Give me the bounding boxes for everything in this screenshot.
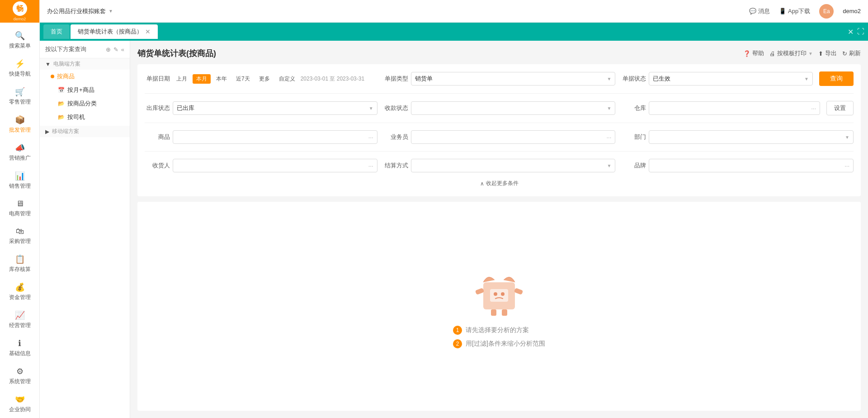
date-tab-last-month[interactable]: 上月	[173, 74, 191, 84]
salesman-input[interactable]: ···	[411, 130, 616, 144]
filter-area: 单据日期 上月 本月 本年 近7天 更多 自定义 2023-03-01 至 20…	[137, 64, 861, 196]
tree-item-active-dot	[51, 75, 54, 78]
tabbar-right: ✕ ⛶	[848, 28, 864, 36]
sidebar-item-ecommerce[interactable]: 🖥 电商管理	[0, 195, 39, 222]
empty-illustration	[467, 264, 531, 318]
main-area: 办公用品行业模拟账套 ▼ 💬 消息 📱 App下载 Ea demo2 首页 销货…	[40, 0, 868, 418]
settings-button[interactable]: 设置	[826, 101, 854, 115]
user-name[interactable]: demo2	[843, 8, 861, 14]
sidebar-item-stock-label: 库存核算	[9, 266, 31, 273]
tab-home[interactable]: 首页	[43, 24, 70, 39]
sidebar-item-wholesale[interactable]: 📦 批发管理	[0, 110, 39, 138]
collapse-panel-icon[interactable]: «	[121, 46, 124, 53]
tree-item-by-category-label: 按商品分类	[67, 100, 97, 108]
content: 按以下方案查询 ⊕ ✎ « ▼ 电脑端方案 按商品 📅 按月+商品 📂	[40, 41, 868, 418]
query-button[interactable]: 查询	[819, 71, 854, 86]
logo[interactable]: 畅 demo2	[0, 0, 39, 23]
edit-scheme-icon[interactable]: ✎	[113, 46, 118, 53]
stock-icon: 📋	[15, 254, 25, 264]
tabbar-close-all-icon[interactable]: ✕	[848, 28, 854, 36]
sidebar-item-marketing[interactable]: 📣 营销推广	[0, 138, 39, 166]
message-icon: 💬	[749, 8, 756, 14]
tree-item-by-category[interactable]: 📂 按商品分类	[40, 97, 130, 110]
dept-arrow: ▼	[845, 135, 849, 140]
tree-expand-icon[interactable]: ▼	[45, 61, 51, 67]
product-dots[interactable]: ···	[368, 134, 373, 141]
print-btn[interactable]: 🖨 按模板打印 ▼	[769, 49, 813, 57]
tree-item-by-cashier[interactable]: 📂 按司机	[40, 110, 130, 124]
sidebar-item-operation[interactable]: 📈 经营管理	[0, 306, 39, 334]
sidebar-item-sales[interactable]: 📊 销售管理	[0, 166, 39, 195]
by-category-icon: 📂	[58, 100, 65, 107]
empty-area: 1 请先选择要分析的方案 2 用[过滤]条件来缩小分析范围	[137, 202, 861, 411]
sidebar-item-operation-label: 经营管理	[9, 322, 31, 329]
collapse-btn[interactable]: ∧ 收起更多条件	[480, 180, 519, 187]
app-download-label: App下载	[788, 7, 810, 15]
warehouse-input[interactable]: ···	[649, 101, 820, 115]
help-btn[interactable]: ❓ 帮助	[743, 49, 764, 57]
operation-icon: 📈	[15, 310, 25, 320]
date-tab-this-year[interactable]: 本年	[212, 74, 231, 84]
sidebar-item-finance[interactable]: 💰 资金管理	[0, 278, 39, 306]
sidebar-item-purchase[interactable]: 🛍 采购管理	[0, 222, 39, 250]
date-tab-7days[interactable]: 近7天	[232, 74, 254, 84]
date-tabs: 上月 本月 本年 近7天 更多 自定义	[173, 74, 299, 84]
sidebar-item-basic[interactable]: ℹ 基础信息	[0, 334, 39, 362]
date-tab-custom[interactable]: 自定义	[275, 74, 299, 84]
left-panel: 按以下方案查询 ⊕ ✎ « ▼ 电脑端方案 按商品 📅 按月+商品 📂	[40, 41, 130, 418]
sidebar-item-quicknav[interactable]: ⚡ 快捷导航	[0, 54, 39, 82]
svg-rect-6	[475, 288, 484, 295]
tab-close-icon[interactable]: ✕	[145, 28, 151, 35]
sidebar-item-wholesale-label: 批发管理	[9, 126, 31, 134]
refresh-btn[interactable]: ↻ 刷新	[842, 49, 861, 57]
settlement-arrow: ▼	[607, 163, 611, 168]
doc-status-select[interactable]: 已生效 ▼	[649, 72, 813, 86]
warehouse-dots[interactable]: ···	[811, 105, 816, 112]
tree-item-by-month-product[interactable]: 📅 按月+商品	[40, 83, 130, 97]
add-scheme-icon[interactable]: ⊕	[106, 46, 111, 53]
date-tab-this-month[interactable]: 本月	[193, 74, 211, 84]
sidebar-item-retail[interactable]: 🛒 零售管理	[0, 82, 39, 110]
export-btn[interactable]: ⬆ 导出	[818, 49, 837, 57]
doc-type-select[interactable]: 销货单 ▼	[411, 72, 616, 86]
sidebar: 畅 demo2 🔍 搜索菜单 ⚡ 快捷导航 🛒 零售管理 📦 批发管理 📣 营销…	[0, 0, 40, 418]
mobile-section-label: 移动端方案	[52, 128, 79, 135]
out-status-select[interactable]: 已出库 ▼	[173, 101, 377, 115]
refresh-label: 刷新	[849, 49, 861, 57]
brand-input[interactable]: ···	[649, 159, 854, 172]
receiver-dots[interactable]: ···	[368, 162, 373, 169]
settlement-label: 结算方式	[383, 162, 408, 170]
sidebar-item-system[interactable]: ⚙ 系统管理	[0, 362, 39, 390]
tabbar-fullscreen-icon[interactable]: ⛶	[857, 28, 864, 36]
retail-icon: 🛒	[15, 87, 25, 97]
sidebar-item-ecommerce-label: 电商管理	[9, 210, 31, 218]
logo-icon: 畅	[13, 1, 27, 16]
tree-mobile-section: ▶ 移动端方案	[40, 126, 130, 137]
out-status-value: 已出库	[177, 104, 194, 112]
tab-sales-stat[interactable]: 销货单统计表（按商品） ✕	[71, 24, 158, 39]
doc-type-value: 销货单	[415, 75, 433, 83]
tree-item-by-product[interactable]: 按商品	[40, 70, 130, 83]
sidebar-item-search[interactable]: 🔍 搜索菜单	[0, 26, 39, 54]
receiver-label: 收货人	[145, 162, 170, 170]
salesman-dots[interactable]: ···	[606, 134, 611, 141]
sidebar-item-enterprise[interactable]: 🤝 企业协同	[0, 390, 39, 418]
app-download-btn[interactable]: 📱 App下载	[779, 7, 810, 15]
message-btn[interactable]: 💬 消息	[749, 7, 770, 15]
settlement-select[interactable]: ▼	[411, 159, 616, 172]
date-tab-more[interactable]: 更多	[255, 74, 274, 84]
salesman-label: 业务员	[383, 133, 408, 141]
by-cashier-icon: 📂	[58, 114, 65, 120]
filter-brand: 品牌 ···	[621, 159, 854, 172]
product-input[interactable]: ···	[173, 130, 377, 144]
avatar[interactable]: Ea	[819, 4, 834, 19]
sidebar-item-stock[interactable]: 📋 库存核算	[0, 250, 39, 278]
export-icon: ⬆	[818, 50, 823, 57]
dept-select[interactable]: ▼	[649, 130, 854, 144]
receiver-input[interactable]: ···	[173, 159, 377, 172]
system-icon: ⚙	[16, 366, 24, 376]
brand-dots[interactable]: ···	[844, 162, 849, 169]
tree-mobile-expand-icon[interactable]: ▶	[45, 128, 49, 135]
pay-status-select[interactable]: ▼	[411, 101, 616, 115]
app-selector[interactable]: 办公用品行业模拟账套 ▼	[47, 7, 113, 15]
